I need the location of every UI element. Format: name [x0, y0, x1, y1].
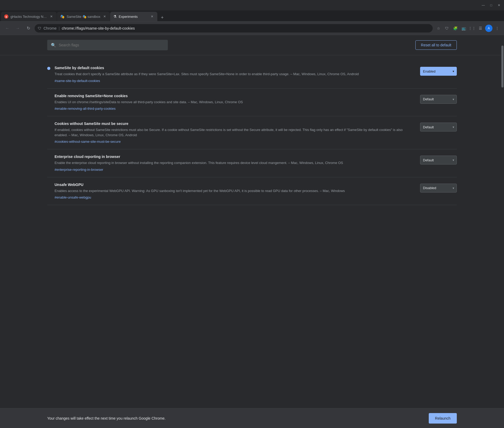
- more-tools-icon[interactable]: ⋮⋮: [468, 25, 476, 32]
- flag4-select-wrapper: Default Enabled Disabled: [420, 156, 457, 164]
- flag-item-samesite-default: SameSite by default cookies Treat cookie…: [47, 61, 457, 89]
- flag5-description: Enables access to the experimental WebGP…: [55, 188, 416, 194]
- reset-all-button[interactable]: Reset all to default: [415, 40, 457, 50]
- tab2-label: SameSite 🎭 sandbox: [67, 15, 100, 19]
- customize-icon[interactable]: ☰: [477, 25, 484, 32]
- scrollbar-thumb[interactable]: [501, 46, 503, 87]
- flag3-content: Cookies without SameSite must be secure …: [55, 122, 416, 144]
- flag1-select[interactable]: Default Enabled Disabled: [420, 67, 457, 76]
- relaunch-button[interactable]: Relaunch: [429, 413, 457, 424]
- flag-item-enterprise: Enterprise cloud reporting in browser En…: [47, 149, 457, 177]
- flag5-link[interactable]: #enable-unsafe-webgpu: [55, 195, 91, 199]
- search-box[interactable]: 🔍: [47, 40, 168, 50]
- back-button[interactable]: ←: [3, 24, 12, 32]
- flags-header: 🔍 Reset all to default: [0, 35, 504, 55]
- flag1-description: Treat cookies that don't specify a SameS…: [55, 72, 416, 77]
- flag2-description: Enables UI on chrome://settings/siteData…: [55, 100, 416, 105]
- minimize-button[interactable]: —: [481, 3, 485, 7]
- flag5-select[interactable]: Default Enabled Disabled: [420, 184, 457, 193]
- flag4-title: Enterprise cloud reporting in browser: [55, 155, 416, 159]
- tab1-favicon: g: [4, 14, 8, 19]
- flag5-title: Unsafe WebGPU: [55, 183, 416, 187]
- flag3-select-wrapper: Default Enabled Disabled: [420, 123, 457, 131]
- flag2-content: Enable removing SameSite=None cookies En…: [55, 94, 416, 111]
- flag5-content: Unsafe WebGPU Enables access to the expe…: [55, 183, 416, 200]
- tab3-close[interactable]: ✕: [150, 14, 154, 19]
- extensions-icon[interactable]: 🧩: [452, 25, 459, 32]
- bookmark-button[interactable]: ☆: [435, 25, 442, 32]
- flag4-select-container: Default Enabled Disabled: [420, 156, 457, 164]
- flag3-link[interactable]: #cookies-without-same-site-must-be-secur…: [55, 140, 121, 144]
- maximize-button[interactable]: □: [489, 3, 493, 7]
- tab1-close[interactable]: ✕: [49, 14, 53, 19]
- tab1-label: gHacks Technology News: [10, 15, 47, 19]
- search-icon: 🔍: [51, 43, 56, 48]
- tab2-close[interactable]: ✕: [103, 14, 107, 19]
- flag1-title: SameSite by default cookies: [55, 66, 416, 70]
- relaunch-text: Your changes will take effect the next t…: [47, 416, 165, 420]
- window-controls: — □ ✕: [481, 3, 501, 7]
- flag5-select-container: Default Enabled Disabled: [420, 184, 457, 193]
- flag4-select[interactable]: Default Enabled Disabled: [420, 156, 457, 164]
- flag2-select-wrapper: Default Enabled Disabled: [420, 95, 457, 104]
- menu-icon[interactable]: ⋮: [494, 25, 501, 32]
- url-separator: |: [59, 26, 60, 30]
- flag5-select-wrapper: Default Enabled Disabled: [420, 184, 457, 193]
- flag3-select-container: Default Enabled Disabled: [420, 123, 457, 131]
- tab2-favicon: 🎭: [60, 14, 65, 19]
- url-text: chrome://flags/#same-site-by-default-coo…: [62, 26, 135, 30]
- flag3-description: If enabled, cookies without SameSite res…: [55, 127, 416, 138]
- flag1-bullet: [47, 67, 50, 70]
- flag1-title-text: SameSite by default cookies: [55, 66, 104, 70]
- tabbar: g gHacks Technology News ✕ 🎭 SameSite 🎭 …: [0, 10, 504, 21]
- bottom-bar: Your changes will take effect the next t…: [0, 408, 504, 428]
- profile-avatar[interactable]: A: [485, 25, 492, 32]
- close-button[interactable]: ✕: [497, 3, 501, 7]
- flag2-title: Enable removing SameSite=None cookies: [55, 94, 416, 98]
- flags-list: SameSite by default cookies Treat cookie…: [0, 55, 504, 424]
- flag1-select-wrapper: Default Enabled Disabled: [420, 67, 457, 76]
- flag2-link[interactable]: #enable-removing-all-third-party-cookies: [55, 107, 116, 111]
- tab3-label: Experiments: [119, 15, 138, 19]
- flag-item-remove-samesite: Enable removing SameSite=None cookies En…: [47, 89, 457, 117]
- flag1-select-container: Default Enabled Disabled: [420, 67, 457, 76]
- flag3-title: Cookies without SameSite must be secure: [55, 122, 416, 126]
- flag4-content: Enterprise cloud reporting in browser En…: [55, 155, 416, 172]
- new-tab-button[interactable]: +: [159, 14, 166, 21]
- scrollbar-track[interactable]: [501, 35, 504, 408]
- addressbar: ← → ↻ 🛡 Chrome | chrome://flags/#same-si…: [0, 21, 504, 35]
- search-input[interactable]: [59, 43, 164, 47]
- tab-experiments[interactable]: ⚗ Experiments ✕: [110, 12, 157, 21]
- flag1-content: SameSite by default cookies Treat cookie…: [55, 66, 416, 83]
- flag4-link[interactable]: #enterprise-reporting-in-browser: [55, 168, 103, 172]
- tab-samesite[interactable]: 🎭 SameSite 🎭 sandbox ✕: [57, 12, 110, 21]
- flag-item-webgpu: Unsafe WebGPU Enables access to the expe…: [47, 177, 457, 205]
- url-bar[interactable]: 🛡 Chrome | chrome://flags/#same-site-by-…: [35, 24, 433, 32]
- titlebar: — □ ✕: [0, 0, 504, 10]
- flag3-select[interactable]: Default Enabled Disabled: [420, 123, 457, 131]
- app-name-label: Chrome: [44, 26, 57, 30]
- secure-icon: 🛡: [38, 26, 41, 30]
- cast-icon[interactable]: 📺: [460, 25, 467, 32]
- flag2-select[interactable]: Default Enabled Disabled: [420, 95, 457, 104]
- tab-ghacks[interactable]: g gHacks Technology News ✕: [1, 12, 57, 21]
- addressbar-right: ☆ 🛡 🧩 📺 ⋮⋮ ☰ A ⋮: [435, 25, 501, 32]
- tab3-favicon: ⚗: [113, 14, 117, 19]
- flag2-select-container: Default Enabled Disabled: [420, 95, 457, 104]
- flag-item-cookies-secure: Cookies without SameSite must be secure …: [47, 116, 457, 149]
- shield-icon[interactable]: 🛡: [443, 25, 451, 32]
- flag1-link[interactable]: #same-site-by-default-cookies: [55, 79, 100, 83]
- reload-button[interactable]: ↻: [24, 24, 33, 32]
- forward-button[interactable]: →: [14, 24, 22, 32]
- flag4-description: Enable the enterprise cloud reporting in…: [55, 160, 416, 166]
